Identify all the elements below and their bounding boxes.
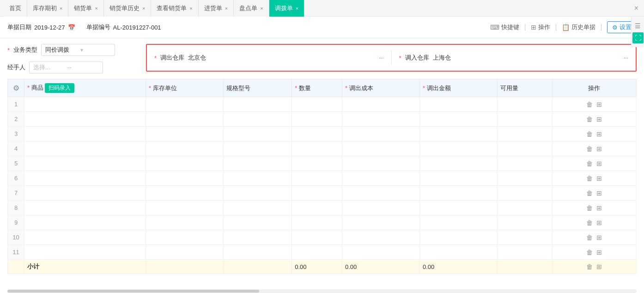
copy-row-icon[interactable]: ⊞ (596, 101, 602, 108)
cell-spec[interactable] (223, 230, 292, 245)
tab-sales-history-close[interactable]: × (142, 6, 145, 11)
cell-unit[interactable] (146, 97, 223, 112)
cell-amount[interactable] (419, 201, 497, 215)
delete-row-icon[interactable]: 🗑 (586, 116, 593, 123)
gear-icon[interactable]: ⚙ (13, 84, 19, 92)
copy-row-icon[interactable]: ⊞ (596, 249, 602, 256)
cell-unit[interactable] (146, 201, 223, 215)
window-close-button[interactable]: × (634, 4, 638, 12)
cell-cost[interactable] (342, 230, 419, 245)
copy-row-icon[interactable]: ⊞ (596, 219, 602, 226)
cell-spec[interactable] (223, 245, 292, 260)
tab-inventory-init[interactable]: 库存期初 × (27, 0, 68, 17)
cell-qty[interactable] (292, 112, 342, 127)
cell-qty[interactable] (292, 215, 342, 230)
delete-row-icon[interactable]: 🗑 (586, 249, 593, 256)
cell-qty[interactable] (292, 230, 342, 245)
cell-product[interactable] (24, 201, 146, 215)
horizontal-scrollbar[interactable] (7, 289, 637, 293)
cell-cost[interactable] (342, 141, 419, 156)
cell-amount[interactable] (419, 215, 497, 230)
cell-product[interactable] (24, 156, 146, 171)
calendar-icon[interactable]: 📅 (68, 24, 75, 31)
cell-amount[interactable] (419, 156, 497, 171)
cell-cost[interactable] (342, 201, 419, 215)
tab-sales-order[interactable]: 销货单 × (68, 0, 103, 17)
cell-cost[interactable] (342, 186, 419, 201)
cell-qty[interactable] (292, 245, 342, 260)
cell-amount[interactable] (419, 171, 497, 186)
copy-row-icon[interactable]: ⊞ (596, 189, 602, 197)
cell-cost[interactable] (342, 245, 419, 260)
cell-spec[interactable] (223, 127, 292, 141)
right-toolbar-expand-btn[interactable]: ⛶ (632, 32, 644, 43)
tab-purchase-order-close[interactable]: × (225, 6, 228, 11)
cell-product[interactable] (24, 97, 146, 112)
cell-available[interactable] (497, 141, 552, 156)
cell-cost[interactable] (342, 97, 419, 112)
copy-row-icon[interactable]: ⊞ (596, 234, 602, 241)
cell-available[interactable] (497, 230, 552, 245)
cell-available[interactable] (497, 171, 552, 186)
delete-row-icon[interactable]: 🗑 (586, 234, 593, 241)
business-type-select[interactable]: 同价调拨 ▼ (41, 44, 115, 56)
cell-available[interactable] (497, 97, 552, 112)
tab-sales-order-close[interactable]: × (95, 6, 97, 11)
delete-row-icon[interactable]: 🗑 (586, 175, 593, 182)
tab-inventory-check[interactable]: 盘点单 × (234, 0, 269, 17)
cell-available[interactable] (497, 112, 552, 127)
copy-row-icon[interactable]: ⊞ (596, 204, 602, 212)
cell-amount[interactable] (419, 97, 497, 112)
subtotal-copy-icon[interactable]: ⊞ (596, 263, 602, 270)
scan-entry-button[interactable]: 扫码录入 (45, 83, 74, 93)
handler-select[interactable]: 选择... ··· (29, 61, 103, 73)
subtotal-delete-icon[interactable]: 🗑 (586, 263, 593, 270)
cell-amount[interactable] (419, 112, 497, 127)
cell-cost[interactable] (342, 215, 419, 230)
delete-row-icon[interactable]: 🗑 (586, 204, 593, 212)
delete-row-icon[interactable]: 🗑 (586, 189, 593, 197)
cell-product[interactable] (24, 141, 146, 156)
cell-unit[interactable] (146, 186, 223, 201)
cell-unit[interactable] (146, 127, 223, 141)
delete-row-icon[interactable]: 🗑 (586, 101, 593, 108)
cell-product[interactable] (24, 245, 146, 260)
cell-qty[interactable] (292, 171, 342, 186)
cell-product[interactable] (24, 127, 146, 141)
delete-row-icon[interactable]: 🗑 (586, 145, 593, 153)
warehouse-out-more-btn[interactable]: ··· (379, 55, 383, 61)
cell-amount[interactable] (419, 230, 497, 245)
cell-available[interactable] (497, 186, 552, 201)
cell-product[interactable] (24, 215, 146, 230)
cell-unit[interactable] (146, 171, 223, 186)
tab-home[interactable]: 首页 (4, 0, 27, 17)
delete-row-icon[interactable]: 🗑 (586, 219, 593, 226)
cell-unit[interactable] (146, 215, 223, 230)
operation-button[interactable]: ⊞ 操作 (531, 23, 550, 31)
cell-unit[interactable] (146, 245, 223, 260)
tab-view-sales-close[interactable]: × (189, 6, 192, 11)
shortcut-button[interactable]: ⌨ 快捷键 (490, 23, 519, 31)
cell-spec[interactable] (223, 141, 292, 156)
cell-spec[interactable] (223, 97, 292, 112)
cell-qty[interactable] (292, 156, 342, 171)
cell-product[interactable] (24, 171, 146, 186)
tab-sales-history[interactable]: 销货单历史 × (104, 0, 151, 17)
cell-unit[interactable] (146, 230, 223, 245)
history-button[interactable]: 📋 历史单据 (562, 23, 595, 31)
delete-row-icon[interactable]: 🗑 (586, 130, 593, 138)
cell-qty[interactable] (292, 201, 342, 215)
cell-spec[interactable] (223, 201, 292, 215)
cell-spec[interactable] (223, 186, 292, 201)
cell-available[interactable] (497, 215, 552, 230)
tab-inventory-check-close[interactable]: × (260, 6, 263, 11)
cell-qty[interactable] (292, 186, 342, 201)
delete-row-icon[interactable]: 🗑 (586, 160, 593, 167)
cell-spec[interactable] (223, 112, 292, 127)
cell-amount[interactable] (419, 127, 497, 141)
tab-inventory-init-close[interactable]: × (60, 6, 62, 11)
cell-amount[interactable] (419, 245, 497, 260)
tab-transfer-order[interactable]: 调拨单 × (269, 0, 304, 17)
cell-available[interactable] (497, 156, 552, 171)
cell-available[interactable] (497, 201, 552, 215)
